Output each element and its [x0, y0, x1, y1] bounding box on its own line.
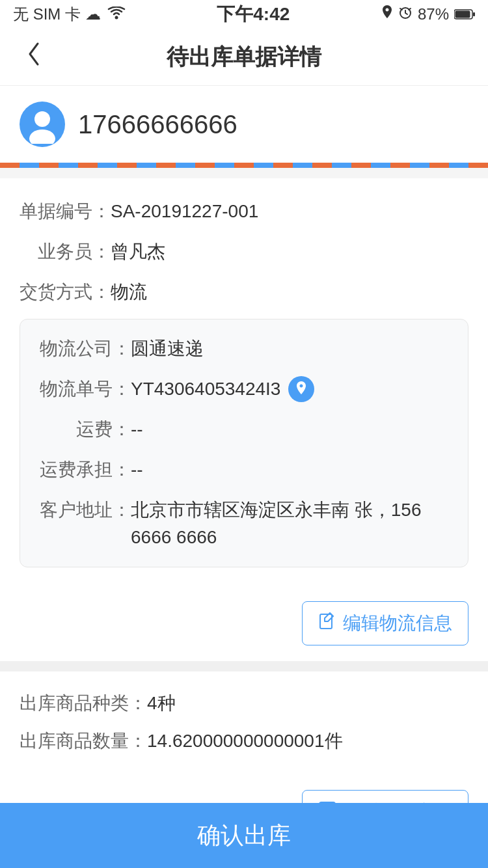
address-value: 北京市市辖区海淀区永丰南 张，156 6666 6666	[131, 496, 448, 551]
edit-icon	[318, 612, 336, 635]
location-icon	[381, 5, 393, 23]
tracking-number-text: YT43064053424I3	[131, 375, 280, 403]
goods-section: 出库商品种类： 4种 出库商品数量： 14.620000000000001件	[0, 671, 488, 780]
status-bar: 无 SIM 卡 ☁ 下午4:42 87%	[0, 0, 488, 29]
logistics-card: 物流公司： 圆通速递 物流单号： YT43064053424I3 运费： -- …	[20, 319, 468, 567]
logistics-tracking-row: 物流单号： YT43064053424I3	[40, 375, 448, 403]
svg-point-0	[115, 16, 118, 20]
edit-logistics-label: 编辑物流信息	[343, 611, 452, 636]
battery-icon	[454, 5, 475, 23]
address-row: 客户地址： 北京市市辖区海淀区永丰南 张，156 6666 6666	[40, 496, 448, 551]
document-value: SA-20191227-001	[111, 198, 468, 225]
alarm-icon	[398, 5, 413, 23]
confirm-button-area[interactable]: 确认出库	[0, 803, 488, 868]
logistics-company-label: 物流公司：	[40, 335, 131, 362]
confirm-button-text: 确认出库	[197, 820, 291, 852]
address-label: 客户地址：	[40, 496, 131, 524]
freight-bearer-label: 运费承担：	[40, 456, 131, 483]
page-title: 待出库单据详情	[167, 42, 321, 72]
freight-value: --	[131, 416, 448, 443]
edit-btn-row: 编辑物流信息	[0, 591, 488, 661]
section-divider	[0, 661, 488, 671]
user-phone: 17666666666	[78, 110, 237, 139]
freight-bearer-value: --	[131, 456, 448, 483]
logistics-tracking-value: YT43064053424I3	[131, 375, 448, 403]
logistics-tracking-label: 物流单号：	[40, 375, 131, 403]
goods-quantity-value: 14.620000000000001件	[147, 729, 468, 753]
wifi-icon	[107, 5, 126, 23]
delivery-row: 交货方式： 物流	[20, 278, 468, 306]
svg-rect-4	[455, 11, 470, 18]
salesman-value: 曾凡杰	[111, 238, 468, 265]
sim-status: 无 SIM 卡 ☁	[13, 4, 101, 25]
edit-logistics-button[interactable]: 编辑物流信息	[302, 601, 468, 645]
goods-type-row: 出库商品种类： 4种	[20, 691, 468, 716]
back-button[interactable]	[20, 34, 48, 79]
logistics-company-row: 物流公司： 圆通速递	[40, 335, 448, 362]
battery-percentage: 87%	[418, 5, 449, 23]
logistics-company-value: 圆通速递	[131, 335, 448, 362]
dashed-separator	[0, 163, 488, 168]
status-right: 87%	[381, 5, 475, 23]
tracking-map-icon[interactable]	[288, 376, 314, 402]
nav-bar: 待出库单据详情	[0, 29, 488, 86]
goods-type-label: 出库商品种类：	[20, 691, 147, 716]
status-left: 无 SIM 卡 ☁	[13, 4, 126, 25]
svg-rect-3	[473, 12, 475, 16]
salesman-label: 业务员：	[20, 238, 111, 265]
document-label: 单据编号：	[20, 198, 111, 225]
goods-type-value: 4种	[147, 691, 468, 716]
freight-bearer-row: 运费承担： --	[40, 456, 448, 483]
freight-label: 运费：	[40, 416, 131, 443]
delivery-value: 物流	[111, 278, 468, 306]
freight-row: 运费： --	[40, 416, 448, 443]
svg-point-6	[34, 111, 50, 127]
basic-info-section: 单据编号： SA-20191227-001 业务员： 曾凡杰 交货方式： 物流 …	[0, 178, 488, 591]
salesman-row: 业务员： 曾凡杰	[20, 238, 468, 265]
document-number-row: 单据编号： SA-20191227-001	[20, 198, 468, 225]
goods-quantity-row: 出库商品数量： 14.620000000000001件	[20, 729, 468, 753]
delivery-label: 交货方式：	[20, 278, 111, 306]
goods-quantity-label: 出库商品数量：	[20, 729, 147, 753]
avatar	[20, 102, 65, 147]
user-header: 17666666666	[0, 86, 488, 163]
status-time: 下午4:42	[217, 2, 290, 27]
